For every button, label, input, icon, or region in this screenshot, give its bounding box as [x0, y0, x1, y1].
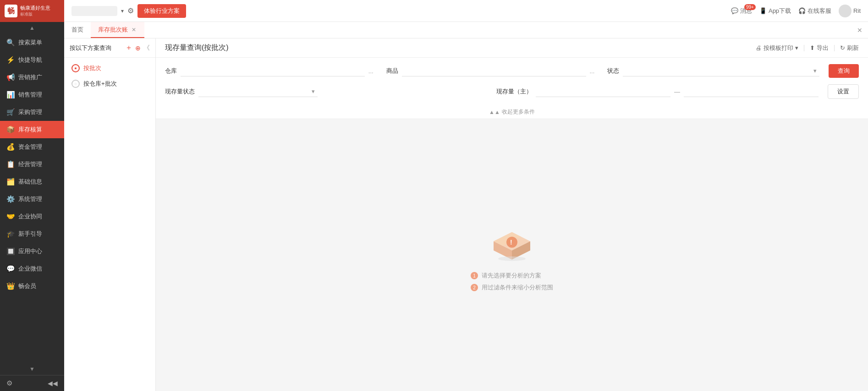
topbar-dropdown-btn[interactable]: ▾: [121, 8, 124, 14]
user-profile-btn[interactable]: Rit: [839, 5, 861, 17]
sidebar-item-finance[interactable]: 💰 资金管理: [0, 138, 64, 156]
product-input[interactable]: [402, 65, 586, 76]
collapse-panel-btn[interactable]: 《: [143, 44, 150, 52]
tab-side-close-btn[interactable]: ✕: [852, 27, 868, 34]
sidebar-item-enterprise[interactable]: 🤝 企业协同: [0, 208, 64, 225]
refresh-btn[interactable]: ↻ 刷新: [840, 44, 859, 52]
empty-illustration: !: [484, 218, 539, 264]
empty-tip-1: 1 请先选择要分析的方案: [471, 272, 553, 280]
print-icon: 🖨: [756, 44, 762, 51]
filter-area: 仓库 ... 商品 ... 状态 ▾: [156, 58, 868, 119]
sidebar-item-wechat[interactable]: 💬 企业微信: [0, 260, 64, 277]
settings-plan-btn[interactable]: ⊕: [135, 44, 141, 52]
warehouse-input[interactable]: [181, 65, 365, 76]
sidebar-item-inventory[interactable]: 📦 库存核算: [0, 121, 64, 138]
vip-icon: 👑: [6, 282, 15, 290]
brand-info: 畅康通好生意 标准版: [20, 5, 50, 17]
svg-point-6: [498, 256, 526, 261]
page-title: 现存量查询(按批次): [165, 43, 229, 53]
main-area: ▾ ⚙ 体验行业方案 💬 消息 99+ 📱 App下载 🎧 在线客服 Rit: [64, 0, 868, 391]
divider2: [834, 45, 835, 51]
left-panel: 按以下方案查询 ＋ ⊕ 《 ● 按批次 ○ 按仓库+批次: [64, 38, 156, 391]
settings-icon[interactable]: ⚙: [6, 379, 12, 387]
topbar: ▾ ⚙ 体验行业方案 💬 消息 99+ 📱 App下载 🎧 在线客服 Rit: [64, 0, 868, 22]
topbar-search-input[interactable]: [71, 6, 117, 16]
sidebar-header: 畅 畅康通好生意 标准版: [0, 0, 64, 22]
sidebar-item-quicknav[interactable]: ⚡ 快捷导航: [0, 51, 64, 69]
topbar-settings-btn[interactable]: ⚙: [127, 6, 134, 15]
filter-warehouse: 仓库 ...: [165, 65, 377, 76]
collapse-more-btn[interactable]: ▲▲ 收起更多条件: [165, 105, 859, 119]
plan-item-warehouse-batch[interactable]: ○ 按仓库+批次: [64, 76, 155, 92]
left-panel-header: 按以下方案查询 ＋ ⊕ 《: [64, 38, 155, 58]
filter-stock-qty: 现存量（主） —: [496, 86, 819, 97]
messages-badge: 99+: [744, 4, 756, 10]
export-icon: ⬆: [810, 44, 815, 51]
plan-item-batch[interactable]: ● 按批次: [64, 60, 155, 76]
filter-row-1: 仓库 ... 商品 ... 状态 ▾: [165, 64, 859, 78]
basics-icon: 🗂️: [6, 178, 15, 186]
stock-status-dropdown-icon: ▾: [312, 88, 315, 95]
status-dropdown-icon: ▾: [813, 67, 817, 74]
sidebar-item-vip[interactable]: 👑 畅会员: [0, 277, 64, 295]
filter-product: 商品 ...: [386, 65, 599, 76]
sidebar-item-sales[interactable]: 📊 销售管理: [0, 86, 64, 103]
sidebar-nav: 🔍 搜索菜单 ⚡ 快捷导航 📢 营销推广 📊 销售管理 🛒 采购管理 📦 库存核…: [0, 34, 64, 363]
page-header-actions: 🖨 按模板打印 ▾ ⬆ 导出 ↻ 刷新: [756, 44, 859, 52]
app-download-btn[interactable]: 📱 App下载: [759, 7, 791, 15]
right-content: 现存量查询(按批次) 🖨 按模板打印 ▾ ⬆ 导出 ↻ 刷: [156, 38, 868, 391]
system-icon: ⚙️: [6, 195, 15, 203]
empty-tips: 1 请先选择要分析的方案 2 用过滤条件来缩小分析范围: [471, 272, 553, 292]
print-btn[interactable]: 🖨 按模板打印 ▾: [756, 44, 798, 52]
empty-tip-2: 2 用过滤条件来缩小分析范围: [471, 283, 553, 292]
appstore-icon: 🔲: [6, 247, 15, 255]
plan-inactive-icon: ○: [71, 80, 80, 88]
sidebar-item-system[interactable]: ⚙️ 系统管理: [0, 190, 64, 208]
avatar: [839, 5, 852, 17]
svg-text:!: !: [510, 239, 512, 246]
sidebar-item-appstore[interactable]: 🔲 应用中心: [0, 243, 64, 260]
stock-status-select[interactable]: ▾: [198, 86, 318, 97]
quicknav-icon: ⚡: [6, 56, 15, 64]
refresh-icon: ↻: [840, 44, 845, 51]
status-select[interactable]: ▾: [623, 65, 819, 76]
guide-icon: 🎓: [6, 230, 15, 238]
tab-inventory-batch[interactable]: 库存批次账 ✕: [91, 22, 144, 38]
print-dropdown-icon[interactable]: ▾: [795, 44, 798, 51]
filter-status: 状态 ▾: [607, 65, 819, 76]
online-service-btn[interactable]: 🎧 在线客服: [798, 7, 831, 15]
sidebar-item-search[interactable]: 🔍 搜索菜单: [0, 34, 64, 51]
product-more-btn[interactable]: ...: [586, 68, 599, 76]
collapse-sidebar-icon[interactable]: ◀◀: [48, 380, 58, 387]
sidebar-scroll-down: ▼: [0, 363, 64, 375]
phone-icon: 📱: [759, 7, 767, 14]
collapse-up-icon: ▲▲: [489, 109, 500, 115]
plan-list: ● 按批次 ○ 按仓库+批次: [64, 58, 155, 94]
filter-row-2: 现存量状态 ▾ 现存量（主） —: [165, 84, 859, 99]
plan-active-icon: ●: [71, 64, 80, 72]
sidebar-item-basics[interactable]: 🗂️ 基础信息: [0, 173, 64, 190]
page-container: 按以下方案查询 ＋ ⊕ 《 ● 按批次 ○ 按仓库+批次: [64, 38, 868, 391]
stock-qty-to[interactable]: [684, 86, 819, 97]
search-icon: 🔍: [6, 38, 15, 47]
sidebar-item-purchase[interactable]: 🛒 采购管理: [0, 103, 64, 121]
export-btn[interactable]: ⬆ 导出: [810, 44, 829, 52]
sidebar-item-guide[interactable]: 🎓 新手引导: [0, 225, 64, 243]
scroll-down-btn[interactable]: ▼: [28, 365, 36, 373]
scroll-up-btn[interactable]: ▲: [28, 24, 36, 32]
sidebar-item-operations[interactable]: 📋 经营管理: [0, 156, 64, 173]
topbar-right: 💬 消息 99+ 📱 App下载 🎧 在线客服 Rit: [731, 5, 861, 17]
add-plan-btn[interactable]: ＋: [125, 43, 132, 53]
warehouse-more-btn[interactable]: ...: [365, 68, 377, 76]
sidebar-footer: ⚙ ◀◀: [0, 375, 64, 391]
stock-qty-from[interactable]: [536, 86, 670, 97]
experience-btn[interactable]: 体验行业方案: [137, 4, 186, 18]
sidebar-item-marketing[interactable]: 📢 营销推广: [0, 69, 64, 86]
settings-btn[interactable]: 设置: [828, 84, 859, 99]
tab-home[interactable]: 首页: [64, 22, 91, 38]
messages-btn[interactable]: 💬 消息 99+: [731, 7, 752, 15]
query-btn[interactable]: 查询: [829, 64, 859, 78]
headset-icon: 🎧: [798, 7, 806, 14]
tab-close-btn[interactable]: ✕: [131, 27, 137, 33]
sidebar: 畅 畅康通好生意 标准版 ▲ 🔍 搜索菜单 ⚡ 快捷导航 📢 营销推广 📊 销售…: [0, 0, 64, 391]
